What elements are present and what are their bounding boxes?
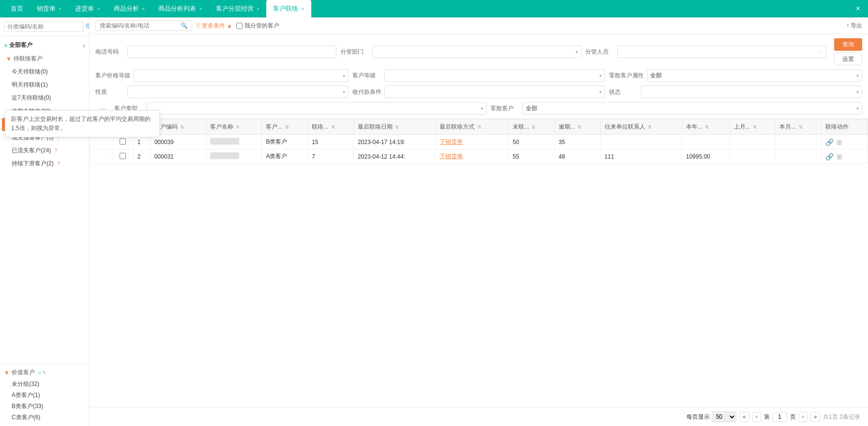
filter-retail-customer: 零散客户 全部 ▾ <box>490 102 863 115</box>
filter-status: 状态 ▾ <box>609 86 862 98</box>
my-customers-input[interactable] <box>236 23 243 29</box>
sidebar-class-c[interactable]: C类客户(6) <box>4 412 85 423</box>
sort-this-month-icon[interactable]: ⇅ <box>799 124 803 130</box>
row2-method-link[interactable]: 下销货单 <box>440 153 463 160</box>
status-select[interactable]: ▾ <box>641 86 862 98</box>
th-name: 客户名称 ⇅ <box>206 119 262 135</box>
filter-customer-grade: 客户等级 ▾ <box>352 69 606 82</box>
price-grade-label: 客户价格等级 <box>95 72 130 80</box>
row1-overdue: 35 <box>554 135 600 149</box>
sidebar-already-lost[interactable]: 已流失客户(24) ? <box>0 144 89 157</box>
page-label: 第 <box>764 413 770 421</box>
phone-label: 电话号码 <box>95 48 124 56</box>
export-btn[interactable]: ↑ 导出 <box>846 22 862 30</box>
customer-type-select[interactable]: ▾ <box>146 102 487 115</box>
sort-type-icon[interactable]: ⇅ <box>285 124 289 130</box>
table-area: ⚙ 客户编码 ⇅ 客户名称 ⇅ <box>90 119 868 407</box>
nav-home[interactable]: 首页 <box>4 0 30 17</box>
more-conditions-btn[interactable]: ▽ 更多条件 ▲ <box>196 22 232 30</box>
close-analysis-list-icon[interactable]: × <box>199 6 202 12</box>
per-page-label: 每页显示 <box>686 413 710 421</box>
dept-label: 分管部门 <box>340 48 369 56</box>
close-purchase-icon[interactable]: × <box>97 6 100 12</box>
sort-name-icon[interactable]: ⇅ <box>236 124 240 130</box>
payment-select[interactable]: ▾ <box>384 86 606 98</box>
sidebar-all-customers[interactable]: ≡ 全部客户 › <box>0 38 89 52</box>
sort-contact-icon[interactable]: ⇅ <box>331 124 335 130</box>
phone-input[interactable] <box>127 45 336 58</box>
manager-select[interactable]: ··· <box>617 45 826 58</box>
settings-btn[interactable]: 设置 <box>834 53 862 65</box>
sidebar-pending-section[interactable]: ▼ 待联络客户 <box>0 52 89 65</box>
my-customers-checkbox[interactable]: 我分管的客户 <box>236 22 279 30</box>
sort-last-month-icon[interactable]: ⇅ <box>753 124 757 130</box>
sidebar-bottom: ▼ 价值客户 ○ ✎ 未分组(32) A类客户(1) B类客户(33) C类客户… <box>0 363 89 426</box>
row1-method-link[interactable]: 下销货单 <box>440 138 463 145</box>
query-btn[interactable]: 查询 <box>834 38 862 51</box>
sort-code-icon[interactable]: ⇅ <box>180 124 184 130</box>
row1-link-icon[interactable]: 🔗 <box>825 138 834 146</box>
close-sales-icon[interactable]: × <box>59 6 61 12</box>
sidebar-class-a[interactable]: A类客户(1) <box>4 390 85 401</box>
sidebar-value-section[interactable]: ▼ 价值客户 ○ ✎ <box>4 367 85 379</box>
sort-last-method-icon[interactable]: ⇅ <box>477 124 481 130</box>
row2-no: 2 <box>133 149 150 164</box>
nav-sales[interactable]: 销货单 × <box>30 0 68 17</box>
close-customer-tier-icon[interactable]: × <box>257 6 259 12</box>
sidebar-collapse-icon[interactable]: › <box>83 42 85 49</box>
sidebar-class-b[interactable]: B类客户(33) <box>4 401 85 412</box>
top-nav: 首页 销货单 × 进货单 × 商品分析 × 商品分析列表 × 客户分层经营 × … <box>0 0 868 17</box>
last-page-btn[interactable]: » <box>810 412 821 422</box>
sidebar-search-icon[interactable]: 🔍 <box>85 23 90 30</box>
sort-contact-person-icon[interactable]: ⇅ <box>648 124 652 130</box>
page-input[interactable] <box>773 412 787 422</box>
dept-select[interactable]: ▾ <box>372 45 581 58</box>
row2-unread: 55 <box>509 149 555 164</box>
sidebar-unclassified[interactable]: 未分组(32) <box>4 379 85 390</box>
nature-label: 性质 <box>95 88 124 96</box>
sort-overdue-icon[interactable]: ⇅ <box>578 124 581 130</box>
sort-unread-icon[interactable]: ⇅ <box>532 124 535 130</box>
value-check-icon[interactable]: ✎ <box>42 370 46 375</box>
price-grade-chevron-icon: ▾ <box>343 73 345 78</box>
main-search-icon[interactable]: 🔍 <box>181 22 188 29</box>
sidebar-week-pending[interactable]: 近7天待联络(0) <box>0 91 89 104</box>
filter-price-grade: 客户价格等级 ▾ <box>95 69 349 82</box>
content-area: 🔍 ▽ 更多条件 ▲ 我分管的客户 ↑ 导出 电话号码 <box>90 17 868 426</box>
close-customer-contact-icon[interactable]: × <box>301 6 304 12</box>
sidebar-today-pending[interactable]: 今天待联络(0) <box>0 65 89 78</box>
sidebar: 🔍 ≡ 全部客户 › ▼ 待联络客户 今天待联络(0) 明天待联络(1) 近7天… <box>0 17 90 426</box>
next-page-btn[interactable]: › <box>799 412 807 422</box>
retail-attr-select[interactable]: 全部 ▾ <box>647 69 862 82</box>
sidebar-tomorrow-pending[interactable]: 明天待联络(1) <box>0 78 89 91</box>
close-window-icon[interactable]: × <box>852 4 864 13</box>
sidebar-continuous-down[interactable]: 持续下滑客户(2) ? <box>0 157 89 170</box>
close-analysis-icon[interactable]: × <box>142 6 145 12</box>
price-grade-select[interactable]: ▾ <box>133 69 349 82</box>
retail-customer-select[interactable]: 全部 ▾ <box>522 102 863 115</box>
main-search-input[interactable] <box>100 22 179 29</box>
retail-customer-label: 零散客户 <box>490 104 519 113</box>
retail-attr-chevron-icon: ▾ <box>856 73 859 78</box>
sort-this-year-icon[interactable]: ⇅ <box>705 124 709 130</box>
row1-check[interactable] <box>120 138 126 145</box>
nav-purchase[interactable]: 进货单 × <box>68 0 107 17</box>
per-page-select[interactable]: 50 10 20 100 <box>712 411 736 422</box>
nature-select[interactable]: ▾ <box>127 86 349 98</box>
row2-link-icon[interactable]: 🔗 <box>825 153 834 161</box>
row2-check[interactable] <box>120 153 126 159</box>
value-edit-icon[interactable]: ○ <box>38 369 41 376</box>
nav-analysis[interactable]: 商品分析 × <box>107 0 152 17</box>
sort-last-date-icon[interactable]: ⇅ <box>395 124 399 130</box>
row2-grid-icon[interactable]: ⊞ <box>837 153 842 161</box>
first-page-btn[interactable]: « <box>739 412 749 422</box>
filter-dept: 分管部门 ▾ <box>340 45 581 58</box>
prev-page-btn[interactable]: ‹ <box>752 412 761 422</box>
nav-customer-contact[interactable]: 客户联络 × <box>266 0 311 17</box>
sidebar-search-input[interactable] <box>4 21 83 32</box>
row1-grid-icon[interactable]: ⊞ <box>837 138 842 146</box>
status-label: 状态 <box>609 88 638 96</box>
nav-customer-tier[interactable]: 客户分层经营 × <box>209 0 266 17</box>
nav-analysis-list[interactable]: 商品分析列表 × <box>152 0 209 17</box>
customer-grade-select[interactable]: ▾ <box>384 69 606 82</box>
